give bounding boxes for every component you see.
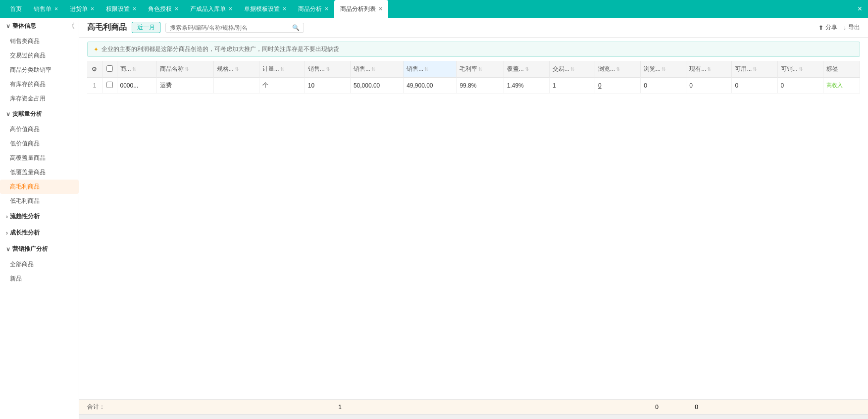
nav-product-analysis-list[interactable]: 商品分析列表 × [334, 0, 388, 18]
info-icon: ✦ [94, 46, 99, 53]
col-current[interactable]: 现有... ⇅ [686, 61, 732, 78]
cell-available: 0 [732, 78, 777, 93]
share-icon: ⬆ [818, 24, 823, 31]
group-arrow-contribution: ∨ [6, 111, 10, 118]
nav-template[interactable]: 单据模板设置 × [238, 0, 292, 18]
col-spec[interactable]: 规格... ⇅ [213, 61, 259, 78]
sort-icon-sales3: ⇅ [424, 66, 428, 72]
sidebar-item-low-value[interactable]: 低价值商品 [0, 137, 79, 151]
col-unit[interactable]: 计量... ⇅ [259, 61, 305, 78]
sort-icon-browse2: ⇅ [662, 66, 665, 72]
close-warehouse-tab[interactable]: × [229, 5, 232, 12]
cell-coverage: 1.49% [504, 78, 549, 93]
search-input[interactable] [170, 24, 292, 31]
sidebar-item-category-rate[interactable]: 商品分类助销率 [0, 63, 79, 77]
col-trade[interactable]: 交易... ⇅ [549, 61, 595, 78]
cell-sales1: 10 [305, 78, 350, 93]
col-settings[interactable]: ⚙ [87, 61, 102, 78]
share-button[interactable]: ⬆ 分享 [818, 23, 837, 32]
sidebar-item-all-goods[interactable]: 全部商品 [0, 257, 79, 272]
footer-col-current: 0 [622, 404, 662, 411]
sort-icon-name: ⇅ [185, 66, 189, 72]
footer-label: 合计： [87, 403, 117, 411]
close-product-analysis-list-tab[interactable]: × [379, 5, 382, 12]
col-sales1[interactable]: 销售... ⇅ [305, 61, 350, 78]
sort-icon-coverage: ⇅ [525, 66, 529, 72]
sidebar-item-high-coverage[interactable]: 高覆盖量商品 [0, 151, 79, 165]
horizontal-scrollbar[interactable] [79, 414, 868, 419]
sidebar-item-low-coverage[interactable]: 低覆盖量商品 [0, 165, 79, 180]
sidebar-item-in-stock[interactable]: 有库存的商品 [0, 77, 79, 92]
col-sales2[interactable]: 销售... ⇅ [350, 61, 403, 78]
cell-sales2: 50,000.00 [350, 78, 403, 93]
close-permission-tab[interactable]: × [133, 5, 136, 12]
sidebar-group-growth[interactable]: › 成长性分析 [0, 225, 79, 241]
cell-checkbox[interactable] [102, 78, 117, 93]
sort-icon-trade: ⇅ [570, 66, 574, 72]
close-product-analysis-tab[interactable]: × [325, 5, 328, 12]
data-table: ⚙ 商... ⇅ 商品名称 [87, 61, 860, 93]
content-header: 高毛利商品 近一月 🔍 ⬆ 分享 ↓ 导出 [79, 18, 868, 38]
filter-recent-month-button[interactable]: 近一月 [132, 22, 160, 33]
cell-browse1[interactable]: 0 [595, 78, 641, 93]
sidebar-group-trend[interactable]: › 流趋性分析 [0, 208, 79, 225]
col-browse2[interactable]: 浏览... ⇅ [641, 61, 686, 78]
col-checkbox[interactable] [102, 61, 117, 78]
row-checkbox[interactable] [106, 82, 113, 88]
cell-sales3: 49,900.00 [404, 78, 457, 93]
sort-icon-unit: ⇅ [280, 66, 284, 72]
cell-spec [213, 78, 259, 93]
col-available[interactable]: 可用... ⇅ [732, 61, 777, 78]
sidebar-collapse-button[interactable]: 《 [68, 22, 75, 31]
search-icon[interactable]: 🔍 [292, 24, 300, 31]
col-browse1[interactable]: 浏览... ⇅ [595, 61, 641, 78]
close-template-tab[interactable]: × [283, 5, 286, 12]
col-code[interactable]: 商... ⇅ [117, 61, 156, 78]
close-sales-tab[interactable]: × [54, 5, 58, 12]
export-button[interactable]: ↓ 导出 [843, 23, 860, 32]
global-close-icon[interactable]: × [858, 4, 862, 13]
nav-purchase[interactable]: 进货单 × [64, 0, 100, 18]
nav-warehouse[interactable]: 产成品入库单 × [184, 0, 238, 18]
sort-icon-saleable: ⇅ [799, 66, 803, 72]
col-gross-rate[interactable]: 毛利率 ⇅ [457, 61, 504, 78]
sidebar-item-high-margin[interactable]: 高毛利商品 [0, 180, 79, 194]
nav-permission[interactable]: 权限设置 × [100, 0, 142, 18]
col-coverage[interactable]: 覆盖... ⇅ [504, 61, 549, 78]
export-icon: ↓ [843, 24, 846, 31]
sidebar-item-new-goods[interactable]: 新品 [0, 272, 79, 286]
table-header-row: ⚙ 商... ⇅ 商品名称 [87, 61, 860, 78]
sort-icon-sales1: ⇅ [326, 66, 330, 72]
sidebar-item-sales-goods[interactable]: 销售类商品 [0, 34, 79, 48]
nav-home[interactable]: 首页 [4, 0, 28, 18]
sidebar-group-marketing[interactable]: ∨ 营销推广分析 [0, 241, 79, 257]
nav-sales[interactable]: 销售单 × [28, 0, 64, 18]
nav-product-analysis[interactable]: 商品分析 × [292, 0, 334, 18]
select-all-checkbox[interactable] [106, 65, 113, 72]
cell-code: 0000... [117, 78, 156, 93]
cell-current: 0 [686, 78, 732, 93]
cell-gross-rate: 99.8% [457, 78, 504, 93]
sidebar-group-overall[interactable]: ∨ 整体信息 [0, 18, 79, 34]
group-arrow-overall: ∨ [6, 23, 10, 30]
sidebar-item-stock-fund[interactable]: 库存资金占用 [0, 92, 79, 106]
close-role-tab[interactable]: × [175, 5, 178, 12]
cell-tag: 高收入 [823, 78, 860, 93]
footer-summary: 合计： 1 0 0 [79, 399, 868, 414]
cell-browse2: 0 [641, 78, 686, 93]
content-area: 高毛利商品 近一月 🔍 ⬆ 分享 ↓ 导出 ✦ 企业的主要的利润都是这部分商品创… [79, 18, 868, 419]
sidebar-item-high-value[interactable]: 高价值商品 [0, 122, 79, 137]
col-saleable[interactable]: 可销... ⇅ [777, 61, 823, 78]
table-row: 1 0000... 运费 个 10 50,000.00 49,900.00 99… [87, 78, 860, 93]
group-arrow-marketing: ∨ [6, 246, 10, 253]
group-arrow-growth: › [6, 230, 8, 236]
close-purchase-tab[interactable]: × [91, 5, 94, 12]
sidebar-item-traded-goods[interactable]: 交易过的商品 [0, 48, 79, 63]
cell-name: 运费 [156, 78, 213, 93]
sidebar-group-contribution[interactable]: ∨ 贡献量分析 [0, 106, 79, 122]
col-sales3[interactable]: 销售... ⇅ [404, 61, 457, 78]
col-tag[interactable]: 标签 [823, 61, 860, 78]
sidebar-item-low-margin[interactable]: 低毛利商品 [0, 194, 79, 208]
nav-role[interactable]: 角色授权 × [142, 0, 184, 18]
col-name[interactable]: 商品名称 ⇅ [156, 61, 213, 78]
